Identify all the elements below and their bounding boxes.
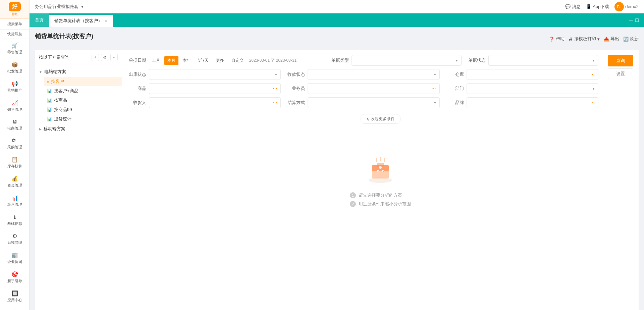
scheme-by-customer[interactable]: ● 按客户 (44, 77, 122, 86)
date-btn-last-month[interactable]: 上月 (149, 56, 163, 65)
sidebar-item-retail[interactable]: 🛒零售管理 (6, 39, 23, 58)
consignee-select[interactable]: ··· (149, 97, 281, 108)
help-icon: ❓ (549, 37, 554, 42)
left-panel: 按以下方案查询 + ⚙ « ▼ 电脑端方案 ● 按客户 (35, 50, 122, 310)
filter-and-actions: 单据日期 上月 本月 本年 近7天 更多 自定义 2023-03-01 至 20… (127, 55, 633, 111)
filter-receipt-status: 收款状态 ▾ (286, 69, 439, 80)
sidebar-item-marketing[interactable]: 📢营销推广 (6, 77, 23, 96)
scheme-return-stat[interactable]: 📊 退货统计 (44, 114, 122, 124)
sidebar-item-apps[interactable]: 🔲应用中心 (6, 287, 23, 306)
warehouse-ellipsis[interactable]: ··· (590, 71, 595, 78)
scheme-by-customer-goods[interactable]: 📊 按客户+商品 (44, 86, 122, 96)
consignee-ellipsis[interactable]: ··· (273, 100, 277, 106)
sidebar-item-inventory[interactable]: 📋库存核算 (6, 153, 23, 172)
guide-icon: 🎯 (11, 271, 18, 277)
filter-row-4: 收货人 ··· 结算方式 ▾ (127, 97, 598, 108)
enterprise-icon: 🏢 (11, 252, 18, 258)
filter-row-1: 单据日期 上月 本月 本年 近7天 更多 自定义 2023-03-01 至 20… (127, 55, 598, 66)
out-status-arrow: ▾ (275, 72, 277, 77)
retail-icon: 🛒 (11, 42, 18, 49)
filter-doc-type: 单据类型 ▾ (330, 55, 462, 66)
tree-node-desktop[interactable]: ▼ 电脑端方案 (35, 67, 122, 77)
ecommerce-label: 电商管理 (7, 126, 22, 131)
tree-node-mobile[interactable]: ▶ 移动端方案 (35, 124, 122, 134)
user-menu[interactable]: Ea demo2 (614, 2, 639, 11)
date-btn-last-7[interactable]: 近7天 (195, 56, 212, 65)
date-btn-this-year[interactable]: 本年 (180, 56, 194, 65)
empty-illustration (364, 153, 397, 187)
sidebar-item-wechat[interactable]: 💬企业微信 (6, 306, 23, 310)
sidebar-item-sales[interactable]: 📈销售管理 (6, 96, 23, 115)
collapse-panel-btn[interactable]: « (110, 54, 118, 61)
sales-icon: 📈 (11, 100, 18, 106)
app-download-btn[interactable]: 📱 App下载 (586, 4, 609, 10)
sidebar-item-basic[interactable]: ℹ基础信息 (6, 210, 23, 229)
brand-ellipsis[interactable]: ··· (590, 100, 595, 106)
filter-settlement: 结算方式 ▾ (286, 97, 439, 108)
doc-status-label: 单据状态 (467, 57, 486, 63)
collapse-btn[interactable]: ∧ 收起更多条件 (361, 114, 400, 124)
settings-btn[interactable]: 设置 (608, 68, 633, 79)
scheme-return-stat-label: 退货统计 (54, 116, 71, 122)
filter-row-3: 商品 ··· 业务员 ··· (127, 83, 598, 94)
out-status-label: 出库状态 (127, 71, 146, 78)
brand-select[interactable]: ··· (467, 97, 598, 108)
settlement-select[interactable]: ▾ (308, 97, 439, 108)
scheme-by-goods[interactable]: 📊 按商品 (44, 96, 122, 105)
doc-status-select[interactable]: ▾ (488, 55, 598, 66)
warehouse-select[interactable]: ··· (467, 69, 598, 80)
salesperson-select[interactable]: ··· (308, 83, 439, 94)
goods-label: 商品 (127, 86, 146, 92)
message-label: 消息 (572, 4, 581, 10)
filters-container: 单据日期 上月 本月 本年 近7天 更多 自定义 2023-03-01 至 20… (127, 55, 598, 111)
scheme-by-goods-99[interactable]: 📊 按商品99 (44, 105, 122, 114)
tabbar: 首页 销货单统计表（按客户） ✕ ─ □ (30, 13, 644, 27)
refresh-btn[interactable]: 🔄 刷新 (623, 36, 639, 42)
print-label: 按模板打印 (574, 36, 596, 42)
doc-status-arrow: ▾ (593, 58, 595, 63)
tab-close-icon[interactable]: ✕ (104, 18, 108, 23)
guide-label: 新手引导 (7, 278, 22, 283)
goods-ellipsis[interactable]: ··· (273, 86, 277, 92)
header-dropdown-arrow[interactable]: ▾ (81, 4, 84, 9)
department-select[interactable]: ▾ (467, 83, 598, 94)
sidebar-item-system[interactable]: ⚙系统管理 (6, 229, 23, 249)
sidebar-item-finance[interactable]: 💰资金管理 (6, 172, 23, 191)
date-btn-this-month[interactable]: 本月 (164, 56, 178, 65)
receipt-status-select[interactable]: ▾ (308, 69, 439, 80)
receipt-status-arrow: ▾ (434, 72, 436, 77)
maximize-btn[interactable]: □ (635, 17, 639, 23)
quick-nav[interactable]: 快捷导航 (0, 30, 29, 39)
collapse-up-icon: ∧ (366, 117, 369, 121)
print-btn[interactable]: 🖨 按模板打印 ▾ (569, 36, 600, 42)
message-btn[interactable]: 💬 消息 (565, 4, 581, 10)
sidebar-item-guide[interactable]: 🎯新手引导 (6, 268, 23, 287)
sidebar-item-operations[interactable]: 📊经营管理 (6, 191, 23, 210)
sidebar-item-ecommerce[interactable]: 🖥电商管理 (6, 115, 23, 134)
logo-text: 标版 (12, 12, 18, 16)
edit-scheme-btn[interactable]: ⚙ (101, 54, 108, 61)
add-scheme-btn[interactable]: + (92, 54, 99, 61)
salesperson-ellipsis[interactable]: ··· (431, 86, 436, 92)
export-btn[interactable]: 📤 导出 (604, 36, 619, 42)
out-status-select[interactable]: ▾ (149, 69, 281, 80)
tab-sales-stat[interactable]: 销货单统计表（按客户） ✕ (49, 15, 113, 27)
inventory-icon: 📋 (11, 156, 18, 163)
scheme-icon-3: 📊 (47, 107, 52, 112)
print-icon: 🖨 (569, 37, 573, 42)
tab-home[interactable]: 首页 (30, 13, 49, 27)
doc-type-select[interactable]: ▾ (352, 55, 462, 66)
search-menu[interactable]: 搜索菜单 (0, 19, 29, 30)
date-btn-custom[interactable]: 自定义 (228, 56, 247, 65)
sidebar-item-wholesale[interactable]: 📦批发管理 (6, 58, 23, 77)
sidebar-item-purchase[interactable]: 🛍采购管理 (6, 134, 23, 153)
empty-step-2: 2 用过滤条件来缩小分析范围 (350, 201, 411, 207)
main-content: 销货单统计表(按客户) ❓ 帮助 🖨 按模板打印 ▾ 📤 导出 🔄 刷新 (30, 27, 644, 310)
filter-row-2: 出库状态 ▾ 收款状态 ▾ (127, 69, 598, 80)
minimize-btn[interactable]: ─ (629, 17, 633, 23)
help-btn[interactable]: ❓ 帮助 (549, 36, 565, 42)
sidebar-item-enterprise[interactable]: 🏢企业协同 (6, 249, 23, 268)
query-btn[interactable]: 查询 (608, 55, 633, 66)
goods-select[interactable]: ··· (149, 83, 281, 94)
date-btn-more[interactable]: 更多 (213, 56, 227, 65)
